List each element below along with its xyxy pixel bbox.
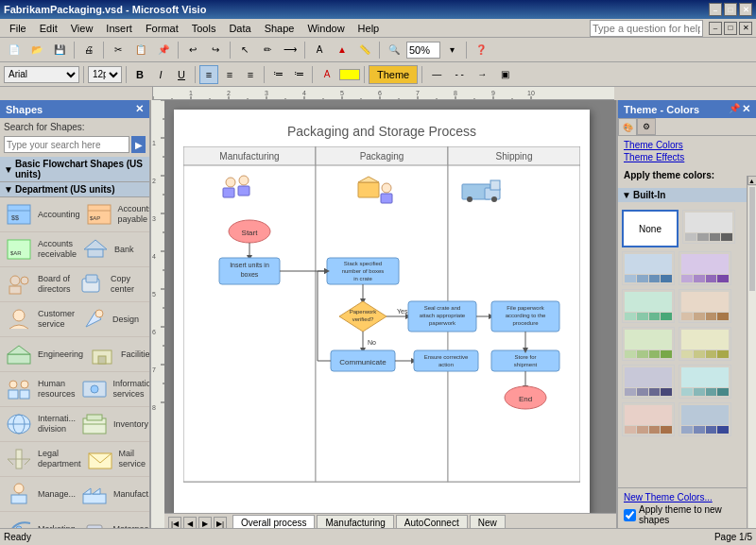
swatch-yellow1[interactable] xyxy=(679,327,731,361)
swatch-rust1[interactable] xyxy=(622,402,675,436)
app-minimize-btn[interactable]: – xyxy=(709,22,722,35)
swatch-lime1[interactable] xyxy=(622,327,675,361)
align-left-btn[interactable]: ≡ xyxy=(199,65,218,84)
font-select[interactable]: Arial xyxy=(4,66,79,83)
expand-icon[interactable]: ▼ xyxy=(622,190,631,200)
search-input[interactable] xyxy=(4,136,129,153)
apply-new-shapes-checkbox[interactable] xyxy=(624,509,636,521)
line-weight-btn[interactable]: — xyxy=(426,64,447,85)
theme-scroll-thumb[interactable] xyxy=(749,187,755,291)
canvas-area[interactable]: Packaging and Storage Process Manufactur… xyxy=(164,100,616,543)
swatch-teal1[interactable] xyxy=(679,365,731,399)
app-close-btn[interactable]: ✕ xyxy=(739,22,752,35)
menu-help[interactable]: Help xyxy=(352,21,386,36)
zoom-dropdown[interactable]: ▾ xyxy=(406,40,462,60)
swatch-purple1[interactable] xyxy=(679,251,731,285)
swatch-slate1[interactable] xyxy=(622,365,675,399)
menu-edit[interactable]: Edit xyxy=(34,21,63,36)
facilities-icon xyxy=(87,339,117,369)
menu-data[interactable]: Data xyxy=(223,21,256,36)
cut-btn[interactable]: ✂ xyxy=(108,40,129,60)
underline-btn[interactable]: U xyxy=(172,65,191,84)
new-btn[interactable]: 📄 xyxy=(4,40,25,60)
new-theme-colors-link[interactable]: New Theme Colors... xyxy=(624,492,750,502)
align-center-btn[interactable]: ≡ xyxy=(220,65,239,84)
menu-window[interactable]: Window xyxy=(301,21,350,36)
app-maximize-btn[interactable]: □ xyxy=(724,22,737,35)
shapes-close-icon[interactable]: ✕ xyxy=(135,103,144,115)
theme-pin-icon[interactable]: 📌 xyxy=(729,103,740,115)
swatch-gray[interactable] xyxy=(682,210,735,244)
swatch-green1[interactable] xyxy=(622,289,675,323)
redo-btn[interactable]: ↪ xyxy=(205,40,226,60)
print-btn[interactable]: 🖨 xyxy=(78,40,99,60)
theme-scroll-track[interactable] xyxy=(748,186,756,533)
list-item[interactable]: $$ Accounting $AP Accounts payable xyxy=(0,197,149,232)
zoom-input[interactable] xyxy=(406,42,440,59)
shadow-btn[interactable]: ▣ xyxy=(494,64,515,85)
line-ends-btn[interactable]: → xyxy=(472,64,492,85)
theme-tab-effects[interactable]: ⚙ xyxy=(637,118,656,135)
zoom-dropdown-btn[interactable]: ▾ xyxy=(441,40,462,60)
manage-icon xyxy=(4,479,34,509)
list-item[interactable]: Board of directors Copy center xyxy=(0,267,149,302)
theme-btn[interactable]: Theme xyxy=(369,65,418,84)
highlight-btn[interactable] xyxy=(339,69,360,80)
theme-scroll-up-btn[interactable]: ▲ xyxy=(747,176,757,185)
italic-btn[interactable]: I xyxy=(151,65,170,84)
align-right-btn[interactable]: ≡ xyxy=(241,65,260,84)
list-item[interactable]: Manage... Manufact... xyxy=(0,477,149,512)
text-color-btn[interactable]: A xyxy=(317,64,337,85)
theme-effects-link[interactable]: Theme Effects xyxy=(624,152,750,162)
copy-btn[interactable]: 📋 xyxy=(130,40,151,60)
help-btn[interactable]: ❓ xyxy=(471,40,491,60)
list-item[interactable]: Customer service Design xyxy=(0,302,149,337)
v-ruler-svg: 1 2 3 4 5 6 7 8 xyxy=(151,100,164,543)
menu-shape[interactable]: Shape xyxy=(259,21,301,36)
menu-insert[interactable]: Insert xyxy=(100,21,138,36)
list-item[interactable]: Legal department Mail service xyxy=(0,442,149,477)
text-btn[interactable]: A xyxy=(309,40,330,60)
fill-btn[interactable]: ▲ xyxy=(332,40,352,60)
help-search-input[interactable] xyxy=(590,20,703,37)
search-go-btn[interactable]: ▶ xyxy=(131,136,146,153)
list-item[interactable]: Internati... division Inventory xyxy=(0,407,149,442)
paste-btn[interactable]: 📌 xyxy=(153,40,174,60)
theme-tab-colors[interactable]: 🎨 xyxy=(618,118,637,135)
close-btn[interactable]: ✕ xyxy=(739,3,752,16)
connector-btn[interactable]: ⟶ xyxy=(280,40,301,60)
theme-colors-link[interactable]: Theme Colors xyxy=(624,140,750,150)
save-btn[interactable]: 💾 xyxy=(49,40,70,60)
pointer-btn[interactable]: ↖ xyxy=(234,40,255,60)
swatch-none[interactable]: None xyxy=(622,210,679,247)
zoom-out-btn[interactable]: 🔍 xyxy=(384,40,404,60)
font-size-select[interactable]: 12pt. xyxy=(88,66,122,83)
line-style-btn[interactable]: - - xyxy=(449,64,470,85)
undo-btn[interactable]: ↩ xyxy=(182,40,203,60)
swatch-darkblue1[interactable] xyxy=(679,402,731,436)
numbered-btn[interactable]: ≔ xyxy=(289,65,308,84)
swatch-blue1[interactable] xyxy=(622,251,675,285)
bold-btn[interactable]: B xyxy=(130,65,149,84)
theme-close-icon[interactable]: ✕ xyxy=(742,103,750,115)
main-layout: Shapes ✕ Search for Shapes: ▶ ▼ Basic Fl… xyxy=(0,100,756,543)
line-btn[interactable]: 📏 xyxy=(354,40,375,60)
theme-v-scrollbar[interactable]: ▲ ▼ xyxy=(747,176,756,543)
maximize-btn[interactable]: □ xyxy=(724,3,737,16)
page-canvas: Packaging and Storage Process Manufactur… xyxy=(174,110,590,516)
menu-view[interactable]: View xyxy=(65,21,99,36)
board-label: Board of directors xyxy=(38,274,73,295)
menu-file[interactable]: File xyxy=(4,21,32,36)
menu-format[interactable]: Format xyxy=(140,21,184,36)
minimize-btn[interactable]: – xyxy=(709,3,722,16)
list-item[interactable]: Engineering Facilities xyxy=(0,337,149,372)
accounts-payable-icon: $AP xyxy=(84,199,114,230)
bank-icon xyxy=(80,234,111,264)
list-item[interactable]: Human resources Information services xyxy=(0,372,149,407)
swatch-orange1[interactable] xyxy=(679,289,731,323)
menu-tools[interactable]: Tools xyxy=(186,21,222,36)
bullets-btn[interactable]: ≔ xyxy=(268,65,287,84)
list-item[interactable]: $AR Accounts receivable Bank xyxy=(0,232,149,267)
open-btn[interactable]: 📂 xyxy=(26,40,47,60)
pencil-btn[interactable]: ✏ xyxy=(257,40,278,60)
